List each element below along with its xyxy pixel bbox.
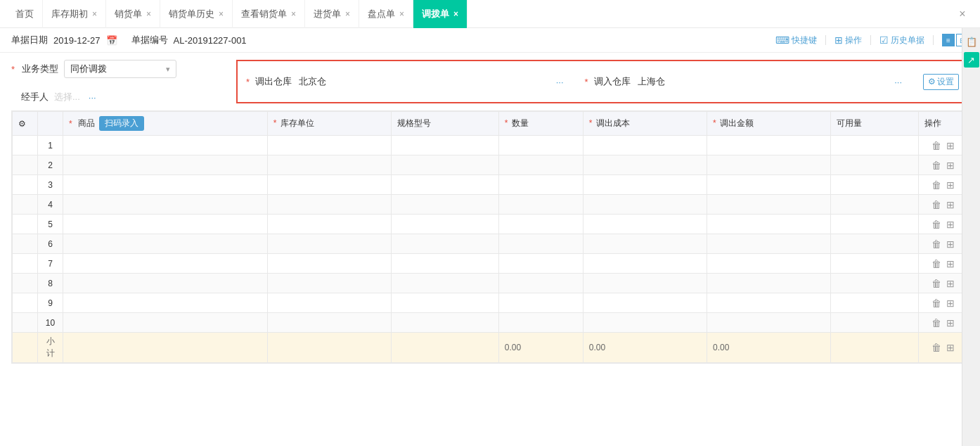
row-delete-icon[interactable]: 🗑 <box>931 238 941 250</box>
row-transfer-amount[interactable] <box>707 175 831 195</box>
row-spec[interactable] <box>392 274 499 293</box>
row-transfer-amount[interactable] <box>707 234 831 254</box>
row-product[interactable] <box>63 234 268 254</box>
row-product[interactable] <box>63 175 268 195</box>
row-transfer-cost[interactable] <box>583 215 707 234</box>
transfer-out-dots-icon[interactable]: ··· <box>556 77 564 87</box>
row-copy-icon[interactable]: ⊞ <box>946 219 955 230</box>
row-delete-icon[interactable]: 🗑 <box>931 219 941 230</box>
row-transfer-amount[interactable] <box>707 195 831 215</box>
tab-sales-history[interactable]: 销货单历史 × <box>160 0 233 28</box>
row-spec[interactable] <box>392 254 499 274</box>
row-copy-icon[interactable]: ⊞ <box>946 179 955 191</box>
row-copy-icon[interactable]: ⊞ <box>946 140 955 151</box>
row-transfer-cost[interactable] <box>583 274 707 293</box>
row-product[interactable] <box>63 313 268 333</box>
row-copy-icon[interactable]: ⊞ <box>946 199 955 210</box>
row-transfer-amount[interactable] <box>707 254 831 274</box>
row-transfer-amount[interactable] <box>707 313 831 333</box>
window-close-button[interactable]: × <box>952 4 973 25</box>
row-transfer-cost[interactable] <box>583 313 707 333</box>
tab-purchase-order-close[interactable]: × <box>345 9 350 19</box>
row-quantity[interactable] <box>498 136 583 155</box>
row-product[interactable] <box>63 293 268 313</box>
row-spec[interactable] <box>392 293 499 313</box>
row-transfer-cost[interactable] <box>583 293 707 313</box>
row-spec[interactable] <box>392 136 499 155</box>
tab-sales-history-close[interactable]: × <box>219 9 224 19</box>
tab-inventory-count[interactable]: 盘点单 × <box>359 0 413 28</box>
row-copy-icon[interactable]: ⊞ <box>946 298 955 309</box>
row-delete-icon[interactable]: 🗑 <box>931 258 941 269</box>
row-unit[interactable] <box>267 155 391 175</box>
row-spec[interactable] <box>392 313 499 333</box>
sidebar-note-icon[interactable]: 📋 <box>964 34 979 49</box>
row-product[interactable] <box>63 254 268 274</box>
calendar-icon[interactable]: 📅 <box>106 35 117 46</box>
tab-view-sales-close[interactable]: × <box>291 9 296 19</box>
row-unit[interactable] <box>267 195 391 215</box>
row-spec[interactable] <box>392 195 499 215</box>
row-quantity[interactable] <box>498 234 583 254</box>
row-spec[interactable] <box>392 175 499 195</box>
row-copy-icon[interactable]: ⊞ <box>946 238 955 250</box>
row-spec[interactable] <box>392 155 499 175</box>
person-select[interactable]: 选择... <box>54 91 80 103</box>
row-transfer-cost[interactable] <box>583 254 707 274</box>
row-transfer-cost[interactable] <box>583 136 707 155</box>
row-transfer-cost[interactable] <box>583 195 707 215</box>
row-product[interactable] <box>63 155 268 175</box>
row-delete-icon[interactable]: 🗑 <box>931 179 941 191</box>
row-transfer-cost[interactable] <box>583 155 707 175</box>
row-transfer-cost[interactable] <box>583 234 707 254</box>
row-unit[interactable] <box>267 215 391 234</box>
transfer-in-dots-icon[interactable]: ··· <box>894 77 902 87</box>
layout-list-button[interactable]: ≡ <box>942 34 955 46</box>
row-quantity[interactable] <box>498 195 583 215</box>
row-product[interactable] <box>63 215 268 234</box>
row-copy-icon[interactable]: ⊞ <box>946 258 955 269</box>
row-transfer-amount[interactable] <box>707 136 831 155</box>
row-quantity[interactable] <box>498 215 583 234</box>
row-unit[interactable] <box>267 293 391 313</box>
person-dots-icon[interactable]: ··· <box>89 92 96 103</box>
row-delete-icon[interactable]: 🗑 <box>931 140 941 151</box>
row-quantity[interactable] <box>498 155 583 175</box>
tab-sales-order-close[interactable]: × <box>146 9 151 19</box>
sidebar-external-icon[interactable]: ↗ <box>964 52 979 68</box>
tab-purchase-order[interactable]: 进货单 × <box>305 0 359 28</box>
tab-inventory-count-close[interactable]: × <box>399 9 404 19</box>
shortcuts-button[interactable]: ⌨ 快捷键 <box>775 34 817 46</box>
row-delete-icon[interactable]: 🗑 <box>931 342 941 353</box>
operations-button[interactable]: ⊞ 操作 <box>834 34 862 46</box>
row-spec[interactable] <box>392 234 499 254</box>
row-unit[interactable] <box>267 274 391 293</box>
col-gear[interactable]: ⚙ <box>13 112 38 136</box>
row-quantity[interactable] <box>498 175 583 195</box>
tab-view-sales[interactable]: 查看销货单 × <box>233 0 305 28</box>
row-copy-icon[interactable]: ⊞ <box>946 342 955 353</box>
row-quantity[interactable] <box>498 313 583 333</box>
row-delete-icon[interactable]: 🗑 <box>931 160 941 171</box>
row-unit[interactable] <box>267 175 391 195</box>
tab-inventory-init-close[interactable]: × <box>92 9 97 19</box>
row-product[interactable] <box>63 195 268 215</box>
history-button[interactable]: ☑ 历史单据 <box>879 34 924 46</box>
row-unit[interactable] <box>267 254 391 274</box>
row-quantity[interactable] <box>498 293 583 313</box>
row-transfer-amount[interactable] <box>707 293 831 313</box>
settings-button[interactable]: ⚙ 设置 <box>923 74 959 90</box>
row-product[interactable] <box>63 136 268 155</box>
row-delete-icon[interactable]: 🗑 <box>931 317 941 329</box>
row-delete-icon[interactable]: 🗑 <box>931 298 941 309</box>
row-transfer-cost[interactable] <box>583 175 707 195</box>
row-copy-icon[interactable]: ⊞ <box>946 317 955 329</box>
tab-transfer-order-close[interactable]: × <box>453 9 458 19</box>
tab-sales-order[interactable]: 销货单 × <box>106 0 160 28</box>
row-delete-icon[interactable]: 🗑 <box>931 278 941 289</box>
row-unit[interactable] <box>267 234 391 254</box>
row-transfer-amount[interactable] <box>707 155 831 175</box>
scan-btn[interactable]: 扫码录入 <box>99 116 144 131</box>
row-quantity[interactable] <box>498 274 583 293</box>
row-spec[interactable] <box>392 215 499 234</box>
